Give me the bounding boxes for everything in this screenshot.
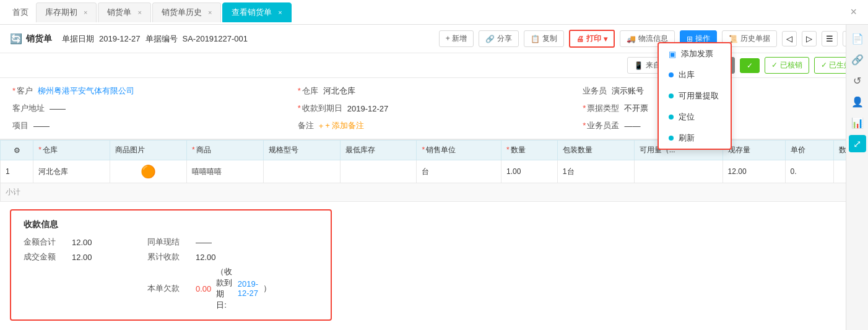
copy-icon: 📋 (531, 35, 540, 43)
tab-sales-history[interactable]: 销货单历史 × (152, 2, 221, 22)
due-payment-value: 0.00 (196, 284, 211, 293)
th-stock: 现存量 (723, 141, 785, 160)
total-amount-row: 金额合计 12.00 (24, 237, 147, 248)
subtotal-label: 小计 (1, 183, 868, 202)
layout-list-button[interactable]: ☰ (822, 31, 838, 46)
print-icon: 🖨 (576, 35, 584, 43)
main-content: 🔄 销货单 单据日期 2019-12-27 单据编号 SA-20191227-0… (0, 25, 868, 330)
sidebar-icon-chart[interactable]: 📊 (849, 114, 866, 131)
dropdown-item-locate[interactable]: 定位 (659, 106, 731, 128)
dropdown-item-available-extract[interactable]: 可用量提取 (659, 85, 731, 106)
product-table: ⚙ *仓库 商品图片 *商品 规格型号 最低库存 *销售单位 *数量 包装数量 … (0, 140, 868, 202)
payment-grid: 金额合计 12.00 同单现结 —— 成交金额 12.00 累计收款 12.00 (24, 237, 318, 311)
project-field: 项目 —— (12, 120, 285, 131)
close-tab-inventory[interactable]: × (84, 9, 87, 16)
outbound-dot (669, 72, 674, 77)
same-order-settle-row: 同单现结 —— (147, 237, 271, 248)
customer-value[interactable]: 柳州粤港平安气体有限公司 (38, 85, 134, 97)
staff-value: 演示账号 (612, 85, 644, 97)
sidebar-icon-link[interactable]: 🔗 (849, 51, 866, 68)
row-num: 1 (1, 160, 33, 183)
tab-home[interactable]: 首页 (6, 3, 35, 22)
print-button[interactable]: 🖨 打印 ▾ (569, 30, 615, 48)
cumulative-payment-value: 12.00 (196, 253, 216, 262)
due-date: 2019-12-27 (238, 279, 258, 298)
close-tab-sales[interactable]: × (137, 9, 141, 16)
due-payment-note: （收款到期日: (216, 266, 232, 311)
due-payment-row: 本单欠款 0.00 （收款到期日: 2019-12-27 ） (147, 266, 271, 311)
row-image: 🟠 (110, 160, 187, 183)
payment-title: 收款信息 (24, 219, 318, 230)
table-row: 1 河北仓库 🟠 嘻嘻嘻嘻 台 1.00 1台 12.00 0. (1, 160, 868, 183)
empty-row (24, 266, 147, 311)
dropdown-item-refresh[interactable]: 刷新 (659, 128, 731, 149)
close-tab-history[interactable]: × (208, 9, 212, 16)
nav-next-button[interactable]: ▷ (802, 31, 817, 46)
customer-field: *客户 柳州粤港平安气体有限公司 (12, 85, 285, 97)
sidebar-icon-doc[interactable]: 📄 (849, 30, 866, 47)
available-extract-dot (669, 93, 674, 98)
tab-view-sales[interactable]: 查看销货单 × (222, 2, 291, 22)
th-qty: *数量 (501, 141, 558, 160)
row-price: 0. (785, 160, 833, 183)
phone-icon: 📱 (634, 61, 643, 70)
row-spec (263, 160, 340, 183)
operate-dropdown: ▣ 添加发票 出库 可用量提取 定位 刷新 (658, 42, 732, 150)
locate-dot (669, 115, 674, 119)
project-value: —— (33, 121, 50, 131)
document-title: 🔄 销货单 (10, 33, 52, 45)
confirm-button[interactable]: ✓ (740, 58, 760, 73)
window-close-button[interactable]: × (845, 3, 862, 21)
row-min-stock (340, 160, 417, 183)
sales-order-icon: 🔄 (10, 33, 22, 45)
refresh-dot (669, 136, 674, 141)
add-note-button[interactable]: + + 添加备注 (319, 120, 365, 131)
new-button[interactable]: + 新增 (439, 30, 474, 47)
th-unit: *销售单位 (417, 141, 501, 160)
th-settings[interactable]: ⚙ (1, 141, 33, 160)
sidebar-icon-refresh[interactable]: ↺ (849, 72, 866, 89)
dropdown-item-add-invoice[interactable]: ▣ 添加发票 (659, 43, 731, 64)
th-product: *商品 (187, 141, 264, 160)
truck-icon: 🚚 (627, 35, 636, 43)
payment-date-field: *收款到期日 2019-12-27 (298, 103, 571, 114)
close-tab-view-sales[interactable]: × (278, 9, 282, 16)
share-icon: 🔗 (485, 35, 495, 43)
form-section: *客户 柳州粤港平安气体有限公司 *仓库 河北仓库 业务员 演示账号 客户地址 … (0, 78, 868, 139)
right-sidebar: 📄 🔗 ↺ 👤 📊 ⤢ (846, 25, 868, 330)
document-header: 🔄 销货单 单据日期 2019-12-27 单据编号 SA-20191227-0… (0, 25, 868, 53)
cumulative-payment-row: 累计收款 12.00 (147, 251, 271, 263)
sidebar-icon-expand[interactable]: ⤢ (849, 135, 866, 152)
th-warehouse: *仓库 (33, 141, 110, 160)
dropdown-item-outbound[interactable]: 出库 (659, 64, 731, 85)
payment-date-value: 2019-12-27 (347, 104, 389, 113)
row-warehouse: 河北仓库 (33, 160, 110, 183)
warehouse-value: 河北仓库 (323, 85, 355, 97)
th-min-stock: 最低库存 (340, 141, 417, 160)
verified-button[interactable]: ✓ 已核销 (765, 57, 809, 74)
row-unit: 台 (417, 160, 501, 183)
copy-button[interactable]: 📋 复制 (524, 30, 564, 47)
document-actions: + 新增 🔗 分享 📋 复制 🖨 打印 ▾ 🚚 物流信息 (439, 30, 858, 48)
sidebar-icon-user[interactable]: 👤 (849, 93, 866, 110)
th-pack-qty: 包装数量 (557, 141, 634, 160)
subtotal-row: 小计 (1, 183, 868, 202)
sales-staff-value: —— (624, 121, 640, 131)
th-image: 商品图片 (110, 141, 187, 160)
row-pack-qty: 1台 (557, 160, 634, 183)
total-amount-value: 12.00 (72, 238, 92, 247)
status-bar: 📱 来自手机 🔘 未开票 ✓ ✓ 已核销 ✓ 已生效 (0, 53, 868, 78)
plus-icon: + (319, 121, 324, 131)
tab-inventory-init[interactable]: 库存期初 × (36, 2, 97, 22)
address-field: 客户地址 —— (12, 103, 285, 114)
row-available (634, 160, 723, 183)
payment-box: 收款信息 金额合计 12.00 同单现结 —— 成交金额 12.00 (10, 209, 332, 321)
nav-prev-button[interactable]: ◁ (782, 31, 797, 46)
document-meta: 单据日期 2019-12-27 单据编号 SA-20191227-001 (62, 33, 248, 45)
tab-sales-order[interactable]: 销货单 × (98, 2, 150, 22)
th-price: 单价 (785, 141, 833, 160)
note-field: 备注 + + 添加备注 (298, 120, 571, 131)
share-button[interactable]: 🔗 分享 (479, 30, 519, 47)
same-order-settle-value: —— (196, 238, 212, 247)
row-qty: 1.00 (501, 160, 558, 183)
